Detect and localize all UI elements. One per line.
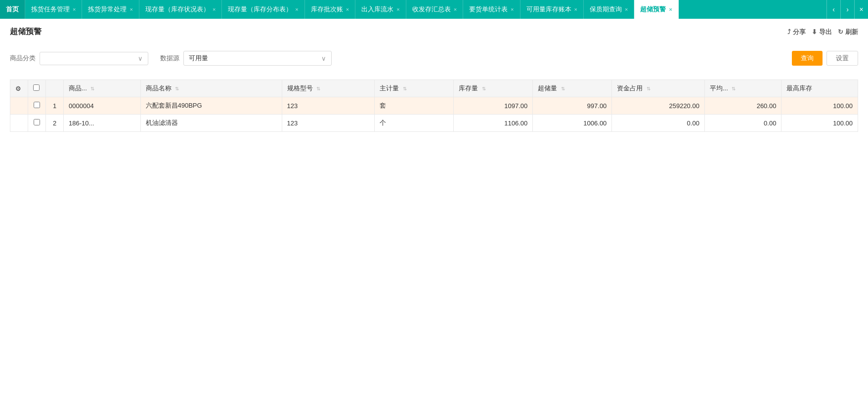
close-icon[interactable]: × [625,6,628,12]
td-stock: 1106.00 [454,115,533,132]
sort-icon: ⇅ [403,86,407,91]
query-button[interactable]: 查询 [792,51,823,66]
close-icon[interactable]: × [454,6,457,12]
th-avg[interactable]: 平均... ⇅ [704,80,781,97]
th-product-name[interactable]: 商品名称 ⇅ [140,80,282,97]
th-stock[interactable]: 库存量 ⇅ [454,80,533,97]
td-row-num: 1 [46,97,64,115]
td-checkbox[interactable] [28,115,46,132]
datasource-label: 数据源 [160,54,179,63]
data-table: ⚙ 商品... ⇅ 商品名称 ⇅ 规格型号 ⇅ [10,79,858,132]
sort-icon: ⇅ [561,86,565,91]
share-button[interactable]: ⤴ 分享 [787,28,806,37]
td-product-name: 机油滤清器 [140,115,282,132]
page-header: 超储预警 ⤴ 分享 ⬇ 导出 ↻ 刷新 [10,27,858,37]
nav-close-button[interactable]: × [854,0,868,19]
td-spec: 123 [282,97,375,115]
th-overstock[interactable]: 超储量 ⇅ [533,80,612,97]
sort-icon: ⇅ [90,86,94,91]
nav-item-collect-summary[interactable]: 收发存汇总表 × [406,0,463,19]
sort-icon: ⇅ [647,86,651,91]
nav-left-button[interactable]: ‹ [826,0,840,19]
datasource-select[interactable]: 可用量 ∨ [183,51,332,66]
td-row-num: 2 [46,115,64,132]
table-row: 1 0000004 六配套新昌490BPG 123 套 1097.00 997.… [10,97,858,115]
close-icon[interactable]: × [346,6,349,12]
th-unit[interactable]: 主计量 ⇅ [375,80,454,97]
nav-item-task-mgmt[interactable]: 拣货任务管理 × [25,0,82,19]
close-icon[interactable]: × [574,6,577,12]
nav-item-inventory-status[interactable]: 现存量（库存状况表） × [139,0,222,19]
select-all-checkbox[interactable] [33,84,40,91]
datasource-filter-group: 数据源 可用量 ∨ [160,51,332,66]
td-max-stock: 100.00 [781,115,858,132]
nav-item-available-account[interactable]: 可用量库存账本 × [521,0,584,19]
th-product-code[interactable]: 商品... ⇅ [64,80,141,97]
td-gear [10,97,28,115]
settings-button[interactable]: 设置 [826,51,858,66]
close-icon[interactable]: × [73,6,76,12]
top-navigation: 首页 拣货任务管理 × 拣货异常处理 × 现存量（库存状况表） × 现存量（库存… [0,0,868,19]
datasource-select-value: 可用量 [189,54,208,63]
th-capital[interactable]: 资金占用 ⇅ [612,80,705,97]
td-avg: 0.00 [704,115,781,132]
nav-item-overstock-warning[interactable]: 超储预警 × [634,0,678,19]
td-overstock: 997.00 [533,97,612,115]
category-label: 商品分类 [10,54,36,63]
filter-row: 商品分类 ∨ 数据源 可用量 ∨ 查询 设置 [10,45,858,72]
th-gear[interactable]: ⚙ [10,80,28,97]
nav-item-batch-account[interactable]: 库存批次账 × [305,0,355,19]
nav-item-order-stats[interactable]: 要货单统计表 × [463,0,520,19]
th-spec[interactable]: 规格型号 ⇅ [282,80,375,97]
td-avg: 260.00 [704,97,781,115]
th-max-stock[interactable]: 最高库存 [781,80,858,97]
nav-right-button[interactable]: › [840,0,854,19]
nav-item-inout-flow[interactable]: 出入库流水 × [355,0,406,19]
chevron-down-icon: ∨ [138,55,143,62]
nav-item-abnormal[interactable]: 拣货异常处理 × [82,0,139,19]
sort-icon: ⇅ [732,86,736,91]
td-product-name: 六配套新昌490BPG [140,97,282,115]
td-stock: 1097.00 [454,97,533,115]
page-container: 超储预警 ⤴ 分享 ⬇ 导出 ↻ 刷新 商品分类 ∨ 数据源 [0,19,868,140]
td-spec: 123 [282,115,375,132]
page-title: 超储预警 [10,27,42,37]
th-checkbox[interactable] [28,80,46,97]
export-button[interactable]: ⬇ 导出 [812,28,832,37]
nav-item-home[interactable]: 首页 [0,0,25,19]
close-icon[interactable]: × [295,6,298,12]
table-row: 2 186-10... 机油滤清器 123 个 1106.00 1006.00 … [10,115,858,132]
category-select[interactable]: ∨ [40,52,148,65]
gear-icon: ⚙ [15,85,21,92]
td-overstock: 1006.00 [533,115,612,132]
close-icon[interactable]: × [511,6,514,12]
td-capital: 259220.00 [612,97,705,115]
td-gear [10,115,28,132]
category-filter-group: 商品分类 ∨ [10,52,148,65]
refresh-icon: ↻ [838,28,843,36]
close-icon[interactable]: × [213,6,216,12]
nav-item-inventory-dist[interactable]: 现存量（库存分布表） × [222,0,304,19]
td-product-code: 0000004 [64,97,141,115]
nav-arrows: ‹ › × [826,0,868,19]
chevron-down-icon: ∨ [321,55,326,62]
refresh-button[interactable]: ↻ 刷新 [838,28,858,37]
page-actions: ⤴ 分享 ⬇ 导出 ↻ 刷新 [787,28,858,37]
td-unit: 套 [375,97,454,115]
close-icon[interactable]: × [669,6,672,12]
sort-icon: ⇅ [175,86,179,91]
sort-icon: ⇅ [482,86,486,91]
th-num [46,80,64,97]
td-checkbox[interactable] [28,97,46,115]
td-product-code: 186-10... [64,115,141,132]
close-icon[interactable]: × [396,6,399,12]
share-icon: ⤴ [787,28,791,36]
td-max-stock: 100.00 [781,97,858,115]
td-unit: 个 [375,115,454,132]
sort-icon: ⇅ [316,86,320,91]
td-capital: 0.00 [612,115,705,132]
close-icon[interactable]: × [130,6,132,12]
export-icon: ⬇ [812,28,817,36]
nav-item-quality-query[interactable]: 保质期查询 × [584,0,634,19]
